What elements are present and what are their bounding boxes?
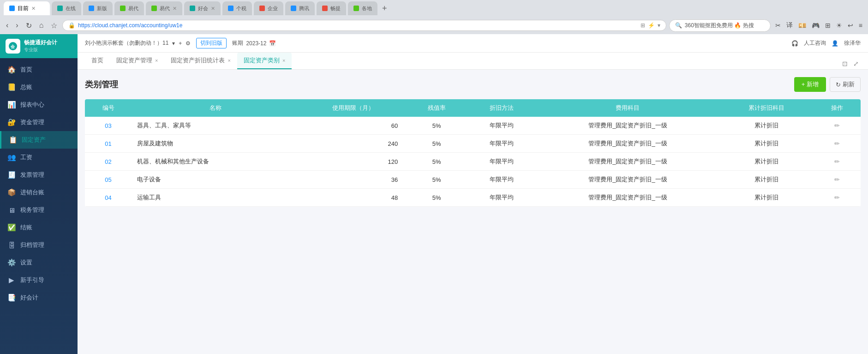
sidebar-item-report[interactable]: 📊 报表中心 — [0, 96, 78, 114]
cell-name: 电子设备 — [132, 171, 299, 189]
browser-tab-close6[interactable]: ✕ — [211, 6, 215, 12]
tab-maximize-button[interactable]: ⊡ — [840, 58, 850, 69]
browser-tab-9[interactable]: 腾讯 — [285, 1, 315, 15]
refresh-button[interactable]: ↻ 刷新 — [830, 77, 861, 92]
back-button[interactable]: ‹ — [4, 20, 11, 30]
sidebar-item-label-settings: 设置 — [20, 258, 32, 267]
browser-tab-other[interactable]: 在线 — [52, 1, 81, 15]
edit-button[interactable]: ✏ — [834, 194, 840, 201]
sidebar-item-label-more: 好会计 — [20, 294, 38, 302]
sidebar-item-stock[interactable]: 📦 进销台账 — [0, 184, 78, 201]
sidebar-item-label-report: 报表中心 — [20, 101, 44, 109]
tab-depreciation[interactable]: 固定资产折旧统计表 × — [164, 53, 237, 69]
browser-tab-close5[interactable]: ✕ — [173, 6, 177, 12]
edit-button[interactable]: ✏ — [834, 176, 840, 183]
undo-icon[interactable]: ↩ — [846, 21, 855, 30]
sidebar-item-salary[interactable]: 👥 工资 — [0, 149, 78, 166]
reload-button[interactable]: ↻ — [24, 20, 34, 31]
cell-accumulated: 累计折旧 — [718, 117, 814, 135]
sidebar-item-tax[interactable]: 🖥 税务管理 — [0, 201, 78, 219]
browser-tab-5[interactable]: 易代 ✕ — [146, 1, 182, 15]
settings-gear-icon[interactable]: ⚙ — [186, 40, 191, 47]
tab-asset-mgmt-close[interactable]: × — [155, 58, 158, 63]
bookmark-button[interactable]: ☆ — [48, 20, 60, 31]
cell-code[interactable]: 01 — [85, 135, 132, 153]
sidebar-item-home[interactable]: 🏠 首页 — [0, 61, 78, 78]
grid-icon[interactable]: ⊞ — [823, 21, 832, 30]
sidebar-item-fund[interactable]: 🔐 资金管理 — [0, 114, 78, 131]
browser-tab-close[interactable]: ✕ — [31, 6, 36, 12]
sidebar-item-settings[interactable]: ⚙️ 设置 — [0, 254, 78, 271]
calendar-icon[interactable]: 📅 — [269, 40, 276, 47]
sidebar-item-invoice[interactable]: 🧾 发票管理 — [0, 166, 78, 184]
brightness-icon[interactable]: ☀ — [834, 21, 844, 30]
th-name: 名称 — [132, 99, 299, 117]
sidebar-item-more[interactable]: 📑 好会计 — [0, 289, 78, 306]
logo-subtitle: 专业版 — [24, 47, 57, 53]
browser-tab-11[interactable]: 各地 — [348, 1, 377, 15]
browser-tab-active[interactable]: 目前 ✕ — [4, 1, 50, 15]
translate-icon[interactable]: 译 — [784, 20, 795, 30]
address-input[interactable]: 🔒 https://cloud.chanjet.com/accounting/u… — [62, 20, 666, 31]
tab-category-close[interactable]: × — [282, 58, 285, 63]
home-icon: 🏠 — [7, 66, 16, 74]
tab-category[interactable]: 固定资产类别 × — [237, 53, 292, 69]
sidebar-item-ledger[interactable]: 📒 总账 — [0, 78, 78, 96]
tab-asset-mgmt[interactable]: 固定资产管理 × — [110, 53, 164, 69]
sidebar-item-settle[interactable]: ✅ 结账 — [0, 219, 78, 236]
sidebar-item-archive[interactable]: 🗄 归档管理 — [0, 236, 78, 254]
table-row: 01 房屋及建筑物 240 5% 年限平均 管理费用_固定资产折旧_一级 累计折… — [85, 135, 861, 153]
browser-tab-6[interactable]: 好会 ✕ — [184, 1, 221, 15]
tab-depreciation-label: 固定资产折旧统计表 — [171, 56, 225, 65]
tab-favicon4 — [120, 6, 126, 11]
browser-tab-label8: 企业 — [268, 5, 278, 12]
cell-action: ✏ — [814, 135, 861, 153]
edit-button[interactable]: ✏ — [834, 158, 840, 165]
browser-tab-10[interactable]: 畅提 — [317, 1, 346, 15]
dropdown-arrow[interactable]: ▾ — [172, 40, 175, 47]
table-row: 02 机器、机械和其他生产设备 120 5% 年限平均 管理费用_固定资产折旧_… — [85, 153, 861, 171]
cell-expense: 管理费用_固定资产折旧_一级 — [537, 189, 719, 207]
menu-icon[interactable]: ≡ — [857, 21, 864, 30]
browser-tab-4[interactable]: 易代 — [114, 1, 144, 15]
sidebar-item-label-asset: 固定资产 — [22, 136, 46, 144]
table-row: 05 电子设备 36 5% 年限平均 管理费用_固定资产折旧_一级 累计折旧 ✏ — [85, 171, 861, 189]
tab-home[interactable]: 首页 — [85, 53, 110, 69]
period-value: 2023-12 — [246, 40, 266, 47]
asset-icon: 📋 — [9, 136, 17, 144]
cell-code[interactable]: 04 — [85, 189, 132, 207]
cell-code[interactable]: 03 — [85, 117, 132, 135]
service-label[interactable]: 人工咨询 — [804, 39, 826, 47]
cell-name: 房屋及建筑物 — [132, 135, 299, 153]
forward-button[interactable]: › — [13, 20, 20, 30]
browser-tab-label4: 易代 — [128, 5, 138, 12]
add-category-button[interactable]: + 新增 — [794, 77, 826, 92]
edit-button[interactable]: ✏ — [834, 140, 840, 147]
new-tab-button[interactable]: + — [379, 4, 390, 13]
ssl-icon: 🔒 — [68, 22, 75, 29]
browser-tab-new[interactable]: 新版 — [83, 1, 113, 15]
tab-depreciation-close[interactable]: × — [227, 58, 230, 63]
switch-version-button[interactable]: 切到旧版 — [196, 38, 227, 48]
notification-icon[interactable]: + — [179, 40, 182, 47]
browser-tab-label3: 新版 — [97, 5, 107, 12]
sidebar-item-guide[interactable]: ▶ 新手引导 — [0, 271, 78, 289]
archive-icon: 🗄 — [7, 241, 16, 249]
home-button[interactable]: ⌂ — [37, 20, 46, 30]
cell-code[interactable]: 05 — [85, 171, 132, 189]
edit-button[interactable]: ✏ — [834, 122, 840, 129]
tab-home-label: 首页 — [91, 56, 103, 65]
browser-tab-7[interactable]: 个税 — [222, 1, 252, 15]
settle-icon: ✅ — [7, 223, 16, 232]
cell-period: 240 — [300, 135, 407, 153]
search-bar[interactable]: 🔍 360智能抠图免费用 🔥 热搜 — [669, 19, 771, 32]
th-residual: 残值率 — [407, 99, 466, 117]
cut-icon[interactable]: ✂ — [773, 21, 783, 30]
cell-code[interactable]: 02 — [85, 153, 132, 171]
cell-action: ✏ — [814, 171, 861, 189]
sidebar-item-asset[interactable]: 📋 固定资产 — [0, 131, 78, 149]
tab-restore-button[interactable]: ⤢ — [851, 58, 861, 69]
browser-tab-8[interactable]: 企业 — [254, 1, 283, 15]
wallet-icon[interactable]: 💴 — [796, 21, 808, 30]
game-icon[interactable]: 🎮 — [810, 21, 821, 30]
